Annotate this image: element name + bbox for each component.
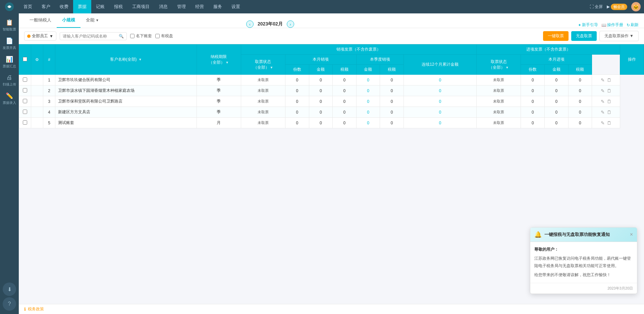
sidebar-item-smart-invoice[interactable]: 📋 智能取票 [0,16,19,35]
no-disk-btn[interactable]: 无盘取票 [571,31,597,41]
row-checkbox[interactable] [23,99,27,103]
edit-icon[interactable]: ✎ [601,110,605,115]
info-icon: ℹ [24,307,26,312]
row-checkbox[interactable] [23,110,27,114]
edit-icon[interactable]: ✎ [601,77,605,83]
row-checkbox[interactable] [23,77,27,82]
my-accounts-checkbox-label[interactable]: 名下账套 [130,33,152,39]
has-tax-disk-checkbox[interactable] [155,34,160,38]
sales-status-filter[interactable]: ▼ [270,66,273,69]
tab-small-scale[interactable]: 小规模 [57,13,80,28]
row-num: 2 [43,85,55,96]
notification-date: 2023年3月20日 [607,286,633,290]
nav-service[interactable]: 服务 [209,0,227,13]
notification-greeting: 尊敬的用户： [534,246,633,253]
th-12month-amount: 连续12个月累计金额 [404,55,476,75]
tax-policy-link[interactable]: 税务政策 [28,306,44,312]
table-row: 4 新建区方方文具店 季 未取票 0 0 0 0 0 0 未取票 0 0 0 ✎… [19,107,644,118]
nav-business[interactable]: 工商项目 [127,0,154,13]
notification-title: 一键报税与无盘取票功能恢复通知 [544,232,627,238]
detail-icon[interactable]: 🗒 [607,77,611,83]
th-tax-period: 纳税期限（全部）▼ [197,45,241,75]
prev-month-btn[interactable]: ‹ [246,20,254,28]
entry-icon: ✏️ [6,92,13,100]
row-sales-month-tax: 0 [333,107,357,118]
fullscreen-icon: ⛶ [590,4,594,9]
sidebar-item-summary[interactable]: 📊 票据汇总 [0,53,19,71]
row-sales-month-amount: 0 [309,85,333,96]
detail-icon[interactable]: 🗒 [607,99,611,104]
row-purchase-month-tax: 0 [568,85,592,96]
row-12month-amount: 0 [404,75,476,85]
tutorial-btn[interactable]: ✦ 新手引导 [578,22,598,28]
edit-icon[interactable]: ✎ [601,88,605,93]
vip-icon: ▶ [607,4,610,9]
detail-icon[interactable]: 🗒 [607,120,611,126]
notification-close-btn[interactable]: × [630,232,633,238]
manual-btn[interactable]: 📖 操作手册 [601,22,623,28]
nav-fee[interactable]: 收费 [55,0,73,13]
row-actions: ✎ 🗒 [592,75,620,85]
customer-filter-icon[interactable]: ▼ [139,58,142,61]
sidebar-item-issue-invoice[interactable]: 📄 发票开具 [0,35,19,53]
vip-btn[interactable]: ▶ 畅会员 [607,4,627,10]
sidebar-item-entry[interactable]: ✏️ 票据录入 [0,89,19,108]
current-date: 2023年02月 [258,21,283,27]
row-sales-month-amount: 0 [309,118,333,128]
nav-accounting[interactable]: 记账 [91,0,109,13]
tax-period-filter-icon[interactable]: ▼ [225,61,229,64]
select-all-checkbox[interactable] [23,57,27,61]
nav-home[interactable]: 首页 [19,0,37,13]
purchase-status-filter[interactable]: ▼ [505,66,509,69]
edit-icon[interactable]: ✎ [601,99,605,104]
has-tax-disk-checkbox-label[interactable]: 有税盘 [155,33,173,39]
row-sales-quarter-tax: 0 [380,85,404,96]
settings-icon[interactable]: ⚙ [35,57,39,62]
row-checkbox[interactable] [23,120,27,125]
nav-message[interactable]: 消息 [154,0,172,13]
nav-tax[interactable]: 报税 [109,0,127,13]
employee-select[interactable]: 全部员工 ▼ [24,32,56,41]
download-btn[interactable]: ⬇ [3,282,16,296]
detail-icon[interactable]: 🗒 [607,110,611,115]
next-month-btn[interactable]: › [287,20,294,28]
nav-operation[interactable]: 经营 [191,0,209,13]
one-key-btn[interactable]: 一键取票 [543,31,569,41]
th-sales-status: 取票状态（全部）▼ [241,55,285,75]
no-disk-ops-btn[interactable]: 无盘取票操作 ▼ [599,31,639,41]
notification-footer: 2023年3月20日 [530,283,637,294]
sub-nav-actions: ✦ 新手引导 📖 操作手册 ↻ 刷新 [578,22,639,28]
edit-icon[interactable]: ✎ [601,120,605,126]
summary-icon: 📊 [6,56,13,63]
search-input[interactable] [63,34,117,39]
nav-customer[interactable]: 客户 [37,0,55,13]
scan-icon: 🖨 [6,74,12,81]
issue-invoice-icon: 📄 [6,37,13,45]
row-sales-quarter-amount: 0 [356,75,380,85]
th-action: 操作 [620,45,644,75]
row-purchase-status: 未取票 [477,85,521,96]
my-accounts-checkbox[interactable] [130,34,135,38]
th-customer-name: 客户名称(全部) ▼ [55,45,197,75]
fullscreen-btn[interactable]: ⛶ 全屏 [590,4,603,10]
row-tax-period: 季 [197,85,241,96]
row-purchase-status: 未取票 [477,118,521,128]
nav-manage[interactable]: 管理 [172,0,191,13]
detail-icon[interactable]: 🗒 [607,88,611,93]
tab-all[interactable]: 全能 ▼ [80,13,104,28]
help-btn[interactable]: ? [3,297,16,311]
sidebar-item-scan[interactable]: 🖨 扫描上传 [0,71,19,89]
tab-general-taxpayer[interactable]: 一般纳税人 [24,13,57,28]
row-sales-quarter-tax: 0 [380,96,404,107]
row-purchase-month-amount: 0 [545,85,569,96]
row-actions: ✎ 🗒 [592,118,620,128]
refresh-btn[interactable]: ↻ 刷新 [627,22,639,28]
user-avatar[interactable]: 🐱 [631,2,641,11]
row-checkbox[interactable] [23,88,27,92]
search-icon[interactable]: 🔍 [119,34,124,39]
th-sales-month-count: 份数 [285,65,309,75]
nav-settings[interactable]: 设置 [227,0,245,13]
row-purchase-month-amount: 0 [545,75,569,85]
row-sales-month-amount: 0 [309,96,333,107]
nav-invoice[interactable]: 票据 [73,0,91,13]
